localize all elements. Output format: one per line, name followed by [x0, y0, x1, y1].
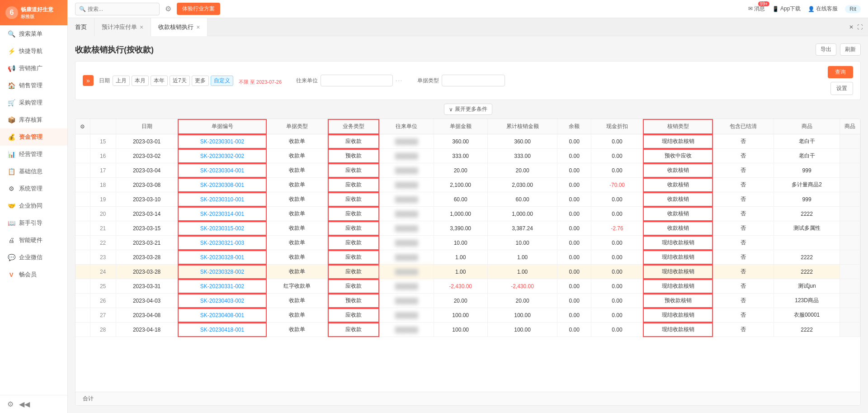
- collab-icon: 🤝: [7, 202, 15, 210]
- topbar-gear-icon[interactable]: ⚙: [165, 5, 171, 13]
- td-bill-type: 收款单: [267, 134, 328, 149]
- partner-filter-label: 往来单位: [296, 77, 318, 85]
- sidebar-item-wechat[interactable]: 💬 企业微信: [0, 249, 67, 266]
- bill-no-link[interactable]: SK-20230331-002: [200, 283, 244, 290]
- sidebar-item-search[interactable]: 🔍 搜索菜单: [0, 25, 67, 43]
- td-balance: 0.00: [557, 207, 591, 221]
- td-goods2: [840, 323, 860, 337]
- solution-button[interactable]: 体验行业方案: [177, 3, 220, 15]
- date-btn-more[interactable]: 更多: [192, 76, 209, 86]
- date-filter-label: 日期: [99, 77, 110, 85]
- tab-collection[interactable]: 收款核销执行 ×: [151, 18, 208, 36]
- bill-no-link[interactable]: SK-20230328-001: [200, 254, 244, 261]
- td-partner: ██████: [379, 134, 434, 149]
- online-service-button[interactable]: 👤 在线客服: [808, 5, 838, 13]
- table-scroll-area[interactable]: ⚙ 日期 单据编号 单据类型 业务类型 往来单位 单据金额 累计核销金额 余额 …: [75, 119, 860, 392]
- td-partner: ██████: [379, 265, 434, 279]
- td-rownum: 23: [90, 250, 116, 265]
- bill-no-link[interactable]: SK-20230301-002: [200, 138, 244, 145]
- tab-collection-close[interactable]: ×: [196, 24, 200, 30]
- sidebar-item-system[interactable]: ⚙ 系统管理: [0, 180, 67, 197]
- td-partner: ██████: [379, 207, 434, 221]
- td-rownum: 21: [90, 221, 116, 236]
- sidebar-collapse-icon[interactable]: ◀◀: [19, 400, 30, 408]
- td-include-settled: 否: [713, 134, 774, 149]
- tab-expand-button[interactable]: ✕ ⛶: [844, 24, 868, 30]
- td-balance: 0.00: [557, 265, 591, 279]
- sidebar-item-inventory[interactable]: 📦 库存核算: [0, 111, 67, 128]
- sidebar-item-basic[interactable]: 📋 基础信息: [0, 163, 67, 180]
- logo-icon: 6: [5, 6, 18, 19]
- bill-no-link[interactable]: SK-20230403-002: [200, 298, 244, 304]
- td-bill-no: SK-20230418-001: [178, 323, 267, 337]
- td-cash-discount: 0.00: [591, 265, 643, 279]
- bill-no-link[interactable]: SK-20230328-002: [200, 269, 244, 275]
- message-button[interactable]: ✉ 消息 99+: [748, 5, 765, 13]
- sidebar-settings-icon[interactable]: ⚙: [7, 400, 14, 408]
- date-btn-7days[interactable]: 近7天: [170, 76, 190, 86]
- td-balance: 0.00: [557, 163, 591, 178]
- expand-more-button[interactable]: ∨ 展开更多条件: [444, 104, 492, 115]
- sidebar-item-sales[interactable]: 🏠 销售管理: [0, 77, 67, 94]
- app-download-button[interactable]: 📱 App下载: [772, 5, 801, 13]
- td-bill-amount: 2,100.00: [434, 178, 487, 192]
- td-goods: 多计量商品2: [774, 178, 840, 192]
- date-btn-custom[interactable]: 自定义: [211, 76, 233, 86]
- filter-toggle-button[interactable]: »: [83, 75, 94, 86]
- sidebar-item-purchase[interactable]: 🛒 采购管理: [0, 94, 67, 111]
- tab-prepayment-close[interactable]: ×: [140, 24, 143, 30]
- sidebar-bottom: ⚙ ◀◀: [0, 395, 67, 413]
- bill-no-link[interactable]: SK-20230418-001: [200, 327, 244, 333]
- maximize-icon[interactable]: ⛶: [857, 24, 863, 30]
- bill-no-link[interactable]: SK-20230302-002: [200, 153, 244, 159]
- sidebar-item-finance[interactable]: 💰 资金管理: [0, 128, 67, 146]
- close-window-icon[interactable]: ✕: [849, 24, 854, 30]
- expand-more-container: ∨ 展开更多条件: [75, 104, 861, 115]
- td-bill-no: SK-20230403-002: [178, 294, 267, 308]
- bill-no-link[interactable]: SK-20230321-003: [200, 240, 244, 246]
- sidebar-item-collab[interactable]: 🤝 企业协同: [0, 197, 67, 214]
- marketing-icon: 📢: [7, 64, 15, 72]
- table-header-row: ⚙ 日期 单据编号 单据类型 业务类型 往来单位 单据金额 累计核销金额 余额 …: [75, 119, 860, 134]
- sidebar-item-quick-nav[interactable]: ⚡ 快捷导航: [0, 43, 67, 60]
- th-bill-type: 单据类型: [267, 119, 328, 134]
- partner-filter-input[interactable]: [321, 75, 393, 86]
- sidebar-item-guide[interactable]: 📖 新手引导: [0, 214, 67, 232]
- user-name[interactable]: Rit: [845, 5, 861, 13]
- tab-home[interactable]: 首页: [68, 18, 94, 36]
- td-biz-type: 应收款: [328, 207, 380, 221]
- page-title-bar: 收款核销执行(按收款) 导出 刷新: [75, 43, 861, 56]
- th-settings[interactable]: ⚙: [75, 119, 90, 134]
- query-button[interactable]: 查询: [828, 66, 853, 78]
- td-balance: 0.00: [557, 250, 591, 265]
- sidebar-item-marketing[interactable]: 📢 营销推广: [0, 60, 67, 77]
- sidebar-item-operations[interactable]: 📊 经营管理: [0, 146, 67, 163]
- settings-button[interactable]: 设置: [830, 82, 853, 95]
- sidebar-item-member[interactable]: V 畅会员: [0, 266, 67, 283]
- td-bill-no: SK-20230328-002: [178, 265, 267, 279]
- topbar-search-box[interactable]: 🔍: [75, 3, 160, 15]
- td-balance: 0.00: [557, 149, 591, 163]
- td-cumulative: 3,387.24: [487, 221, 557, 236]
- td-settings: [75, 163, 90, 178]
- date-btn-this-month[interactable]: 本月: [132, 76, 149, 86]
- td-include-settled: 否: [713, 279, 774, 294]
- td-cumulative: 2,030.00: [487, 178, 557, 192]
- tab-prepayment[interactable]: 预计冲应付单 ×: [94, 18, 151, 36]
- td-balance: 0.00: [557, 279, 591, 294]
- bill-no-link[interactable]: SK-20230310-001: [200, 196, 244, 203]
- refresh-button[interactable]: 刷新: [840, 43, 861, 56]
- date-btn-last-month[interactable]: 上月: [113, 76, 130, 86]
- td-bill-amount: 1.00: [434, 250, 487, 265]
- date-btn-this-year[interactable]: 本年: [151, 76, 168, 86]
- td-cumulative: 60.00: [487, 192, 557, 207]
- bill-no-link[interactable]: SK-20230314-001: [200, 211, 244, 217]
- bill-no-link[interactable]: SK-20230308-001: [200, 182, 244, 188]
- search-input[interactable]: [88, 6, 156, 12]
- billtype-filter-input[interactable]: [442, 75, 505, 86]
- bill-no-link[interactable]: SK-20230408-001: [200, 312, 244, 318]
- sidebar-item-hardware[interactable]: 🖨 智能硬件: [0, 232, 67, 249]
- bill-no-link[interactable]: SK-20230315-002: [200, 225, 244, 232]
- export-button[interactable]: 导出: [816, 43, 836, 56]
- bill-no-link[interactable]: SK-20230304-001: [200, 167, 244, 174]
